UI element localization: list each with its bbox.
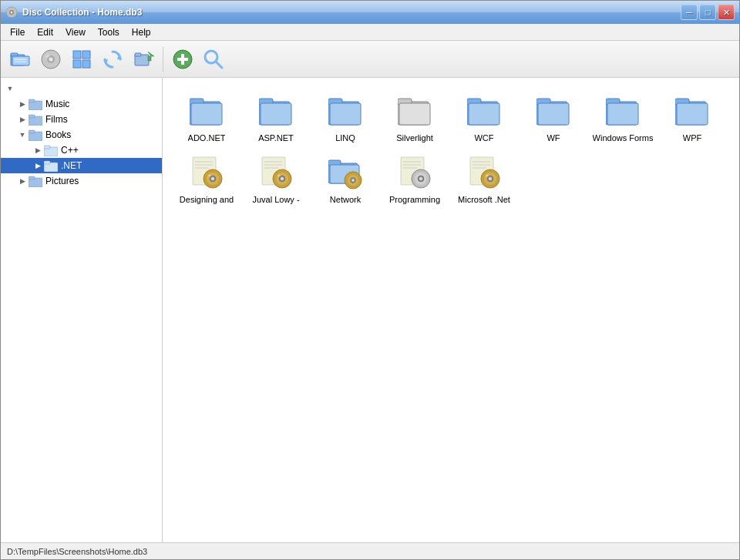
dotnet-expander[interactable]: ▶ <box>32 159 44 172</box>
svg-rect-55 <box>538 103 569 125</box>
title-bar: Disc Collection - Home.db3 ─ □ ✕ <box>1 1 739 24</box>
linq-icon <box>327 92 364 129</box>
tree-item-dotnet[interactable]: ▶ .NET <box>1 158 162 173</box>
pictures-expander[interactable]: ▶ <box>16 175 29 187</box>
file-item-adonet[interactable]: ADO.NET <box>172 87 241 149</box>
svg-point-2 <box>11 12 13 14</box>
toolbar-open-button[interactable] <box>5 45 35 74</box>
close-button[interactable]: ✕ <box>718 5 735 20</box>
books-expander[interactable]: ▼ <box>16 129 29 141</box>
dotnet-folder-icon <box>44 159 58 172</box>
svg-rect-43 <box>261 103 291 125</box>
export-icon <box>133 49 154 70</box>
svg-rect-12 <box>73 51 81 59</box>
status-bar: D:\TempFiles\Screenshots\Home.db3 <box>1 542 739 559</box>
books-folder-icon <box>29 129 42 141</box>
file-item-microsoft[interactable]: Microsoft .Net Remoting.chm <box>449 149 519 210</box>
tree-root: ▼ <box>1 81 162 96</box>
svg-rect-13 <box>82 51 90 59</box>
svg-point-102 <box>489 177 492 180</box>
tree-item-cpp[interactable]: ▶ C++ <box>1 143 162 158</box>
microsoft-icon <box>466 154 503 191</box>
svg-rect-49 <box>399 103 430 125</box>
content-panel: ADO.NET ASP.NET <box>163 78 739 542</box>
file-item-wpf[interactable]: WPF <box>658 87 727 149</box>
music-label: Music <box>45 99 159 109</box>
svg-point-86 <box>352 179 355 182</box>
file-item-juval[interactable]: Juval Lowy - Programming... <box>241 149 311 210</box>
main-window: Disc Collection - Home.db3 ─ □ ✕ File Ed… <box>0 0 740 560</box>
toolbar-disc-button[interactable] <box>36 45 66 74</box>
file-item-linq[interactable]: LINQ <box>311 87 380 149</box>
films-expander[interactable]: ▶ <box>16 113 29 126</box>
svg-point-10 <box>49 57 53 61</box>
svg-rect-4 <box>11 53 18 56</box>
linq-label: LINQ <box>335 132 355 143</box>
toolbar-add-button[interactable] <box>168 45 197 74</box>
tree-root-expander[interactable]: ▼ <box>4 82 16 95</box>
file-item-programming[interactable]: Programming .NET Securit... <box>380 149 449 210</box>
svg-rect-23 <box>177 58 188 61</box>
file-item-wf[interactable]: WF <box>519 87 588 149</box>
music-expander[interactable]: ▶ <box>16 98 29 110</box>
svg-rect-37 <box>29 176 35 179</box>
windowsforms-label: Windows Forms <box>593 132 654 143</box>
designing-label: Designing and Developing En... <box>176 194 237 205</box>
menu-bar: File Edit View Tools Help <box>1 24 739 41</box>
menu-file[interactable]: File <box>4 25 31 39</box>
toolbar-export-button[interactable] <box>129 45 158 74</box>
wpf-label: WPF <box>683 132 701 143</box>
silverlight-label: Silverlight <box>396 132 433 143</box>
file-item-silverlight[interactable]: Silverlight <box>380 87 449 149</box>
toolbar-refresh-button[interactable] <box>98 45 127 74</box>
toolbar-grid-button[interactable] <box>67 45 96 74</box>
file-item-wcf[interactable]: WCF <box>449 87 519 149</box>
designing-icon <box>188 154 225 191</box>
window-controls: ─ □ ✕ <box>681 5 735 20</box>
tree-item-films[interactable]: ▶ Films <box>1 112 162 127</box>
wcf-label: WCF <box>474 132 493 143</box>
open-icon <box>9 49 31 70</box>
microsoft-label: Microsoft .Net Remoting.chm <box>453 194 515 205</box>
menu-edit[interactable]: Edit <box>31 25 59 39</box>
grid-icon <box>71 49 92 70</box>
file-item-windowsforms[interactable]: Windows Forms <box>588 87 658 149</box>
programming-icon <box>396 154 433 191</box>
file-item-designing[interactable]: Designing and Developing En... <box>172 149 241 210</box>
wcf-icon <box>466 92 503 129</box>
svg-rect-52 <box>469 103 500 125</box>
svg-rect-35 <box>44 161 50 164</box>
menu-tools[interactable]: Tools <box>92 25 126 39</box>
juval-icon <box>257 154 294 191</box>
window-title: Disc Collection - Home.db3 <box>22 7 142 18</box>
tree-item-books[interactable]: ▼ Books <box>1 127 162 143</box>
wpf-icon <box>674 92 711 129</box>
refresh-icon <box>102 49 123 70</box>
programming-label: Programming .NET Securit... <box>384 194 446 205</box>
dotnet-label: .NET <box>61 160 159 171</box>
network-label: Network <box>330 194 361 205</box>
network-icon <box>327 154 364 191</box>
toolbar-search-button[interactable] <box>199 45 228 74</box>
svg-rect-19 <box>135 53 141 56</box>
svg-rect-40 <box>191 103 222 125</box>
cpp-expander[interactable]: ▶ <box>32 144 44 156</box>
maximize-button[interactable]: □ <box>699 5 716 20</box>
films-folder-icon <box>29 113 42 126</box>
svg-rect-33 <box>44 146 50 149</box>
minimize-button[interactable]: ─ <box>681 5 698 20</box>
menu-view[interactable]: View <box>59 25 92 39</box>
menu-help[interactable]: Help <box>126 25 157 39</box>
books-label: Books <box>45 129 159 140</box>
svg-marker-20 <box>148 52 154 61</box>
cpp-label: C++ <box>61 145 159 156</box>
file-item-aspnet[interactable]: ASP.NET <box>241 87 311 149</box>
svg-rect-61 <box>677 103 708 125</box>
file-item-network[interactable]: Network <box>311 149 380 210</box>
tree-item-music[interactable]: ▶ Music <box>1 96 162 112</box>
tree-item-pictures[interactable]: ▶ Pictures <box>1 173 162 189</box>
main-area: ▼ ▶ Music ▶ Films <box>1 78 739 542</box>
svg-rect-58 <box>607 103 638 125</box>
search-icon <box>203 49 224 70</box>
status-path: D:\TempFiles\Screenshots\Home.db3 <box>7 547 147 556</box>
